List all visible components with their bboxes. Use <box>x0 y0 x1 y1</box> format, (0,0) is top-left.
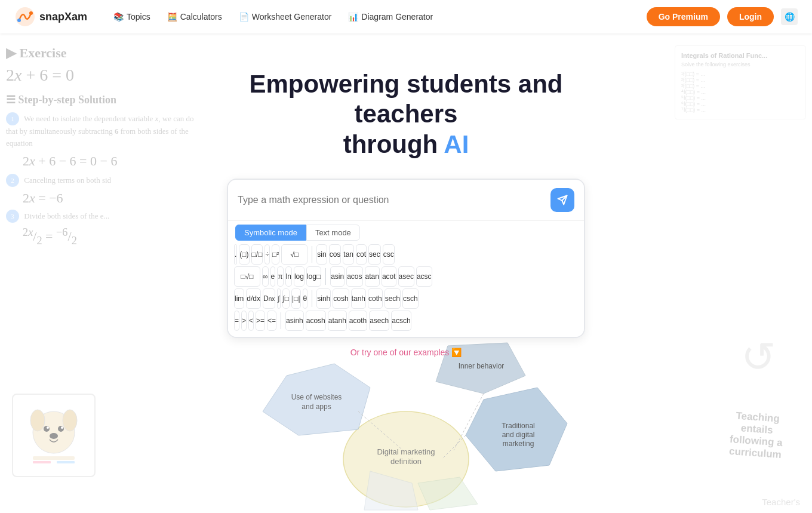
svg-rect-15 <box>57 461 75 463</box>
svg-rect-14 <box>33 461 51 463</box>
input-row <box>228 180 584 221</box>
teaching-text: Teaching entails following a curriculum <box>716 409 796 462</box>
kb-abs[interactable]: |□| <box>291 288 300 309</box>
kb-ddx[interactable]: d/dx <box>246 288 261 309</box>
nav-diagram[interactable]: 📊 Diagram Generator <box>341 8 440 25</box>
logo-text: snapXam <box>39 11 87 23</box>
mode-tabs: Symbolic mode Text mode <box>228 221 584 241</box>
kb-cot[interactable]: cot <box>356 244 367 265</box>
svg-text:Inner behavior: Inner behavior <box>459 362 505 370</box>
svg-point-1 <box>17 19 21 22</box>
kb-acos[interactable]: acos <box>346 266 362 287</box>
dog-worksheet <box>12 394 96 477</box>
worksheet-icon: 📄 <box>239 12 249 21</box>
svg-point-6 <box>30 410 45 431</box>
kb-cos[interactable]: cos <box>329 244 342 265</box>
svg-text:and apps: and apps <box>302 403 331 411</box>
kb-asinh[interactable]: asinh <box>285 311 304 331</box>
main-content: ▶ Exercise 2x + 6 = 0 ☰ Step-by-step Sol… <box>0 33 812 513</box>
svg-point-10 <box>47 426 49 429</box>
kb-tanh[interactable]: tanh <box>351 288 366 309</box>
kb-dot[interactable]: . <box>234 244 237 265</box>
kb-asec[interactable]: asec <box>398 266 414 287</box>
navbar: snapXam 📚 Topics 🧮 Calculators 📄 Workshe… <box>0 0 812 33</box>
kb-log[interactable]: log <box>294 266 304 287</box>
kb-acot[interactable]: acot <box>382 266 396 287</box>
kb-inf[interactable]: ∞ <box>262 266 269 287</box>
svg-text:Use of websites: Use of websites <box>291 393 342 401</box>
kb-sqrt[interactable]: √□ <box>281 244 307 265</box>
tab-symbolic[interactable]: Symbolic mode <box>235 225 306 241</box>
kb-eq[interactable]: = <box>234 311 239 331</box>
kb-lte[interactable]: <= <box>267 311 276 331</box>
kb-csc[interactable]: csc <box>383 244 395 265</box>
kb-dndx[interactable]: Dnx <box>263 288 275 309</box>
svg-point-11 <box>61 426 63 429</box>
kb-e[interactable]: e <box>270 266 276 287</box>
kb-logbase[interactable]: log□ <box>306 266 321 287</box>
svg-point-9 <box>58 426 64 432</box>
kb-acsch[interactable]: acsch <box>391 311 411 331</box>
login-button[interactable]: Login <box>727 7 774 26</box>
kb-asech[interactable]: asech <box>369 311 389 331</box>
kb-acsc[interactable]: acsc <box>416 266 432 287</box>
kb-sech[interactable]: sech <box>385 288 401 309</box>
kb-int[interactable]: ∫ <box>277 288 280 309</box>
svg-text:definition: definition <box>390 457 422 466</box>
kb-asin[interactable]: asin <box>330 266 345 287</box>
arrow-decoration: ↺ <box>741 333 776 382</box>
kb-lim[interactable]: lim <box>234 288 244 309</box>
kb-ln[interactable]: ln <box>285 266 292 287</box>
svg-point-12 <box>50 433 58 439</box>
kb-acosh[interactable]: acosh <box>306 311 326 331</box>
premium-button[interactable]: Go Premium <box>647 7 720 26</box>
topics-icon: 📚 <box>113 12 124 21</box>
kb-lt[interactable]: < <box>248 311 254 331</box>
kb-sinh[interactable]: sinh <box>316 288 331 309</box>
kb-pi[interactable]: π <box>277 266 283 287</box>
nav-worksheet[interactable]: 📄 Worksheet Generator <box>232 8 339 25</box>
center-content: Empowering students and teachers through… <box>203 69 609 357</box>
logo[interactable]: snapXam <box>14 6 87 27</box>
kb-csch[interactable]: csch <box>402 288 419 309</box>
kb-atanh[interactable]: atanh <box>328 311 347 331</box>
kb-theta[interactable]: θ <box>303 288 308 309</box>
nav-calculators[interactable]: 🧮 Calculators <box>160 8 229 25</box>
teachers-text: Teacher's <box>762 497 800 507</box>
kb-cosh[interactable]: cosh <box>333 288 349 309</box>
diagram-icon: 📊 <box>348 12 358 21</box>
bg-right-worksheet: Integrals of Rational Func... Solve the … <box>675 45 806 119</box>
svg-text:Digital marketing: Digital marketing <box>377 447 435 456</box>
kb-coth[interactable]: coth <box>368 288 383 309</box>
kb-tan[interactable]: tan <box>343 244 354 265</box>
nav-topics[interactable]: 📚 Topics <box>106 8 158 25</box>
kb-gt[interactable]: > <box>241 311 247 331</box>
svg-point-7 <box>63 410 77 431</box>
kb-acoth[interactable]: acoth <box>349 311 367 331</box>
math-input-container: Symbolic mode Text mode . (□) □/□ ÷ □² √… <box>227 179 585 338</box>
kb-defint[interactable]: ∫□ <box>282 288 290 309</box>
svg-text:and digital: and digital <box>502 431 535 439</box>
tab-text[interactable]: Text mode <box>306 225 360 241</box>
diagram-area: Digital marketing definition Use of webs… <box>191 340 621 513</box>
kb-gte[interactable]: >= <box>256 311 265 331</box>
kb-sin[interactable]: sin <box>316 244 327 265</box>
headline: Empowering students and teachers through… <box>203 69 609 159</box>
kb-parens[interactable]: (□) <box>239 244 249 265</box>
examples-link[interactable]: Or try one of our examples 🔽 <box>350 348 462 357</box>
svg-rect-13 <box>33 456 75 460</box>
svg-text:🌐: 🌐 <box>785 12 795 22</box>
kb-sec[interactable]: sec <box>368 244 381 265</box>
calculators-icon: 🧮 <box>167 12 177 21</box>
kb-sqrtfrac[interactable]: □√□ <box>234 266 260 287</box>
kb-div[interactable]: ÷ <box>264 244 270 265</box>
submit-button[interactable] <box>550 188 574 212</box>
kb-atan[interactable]: atan <box>365 266 380 287</box>
nav-links: 📚 Topics 🧮 Calculators 📄 Worksheet Gener… <box>106 8 647 25</box>
translate-icon[interactable]: 🌐 <box>781 8 798 25</box>
svg-point-8 <box>44 426 50 432</box>
svg-text:marketing: marketing <box>503 440 534 448</box>
kb-frac[interactable]: □/□ <box>251 244 263 265</box>
math-input[interactable] <box>238 195 550 205</box>
kb-sq[interactable]: □² <box>272 244 279 265</box>
